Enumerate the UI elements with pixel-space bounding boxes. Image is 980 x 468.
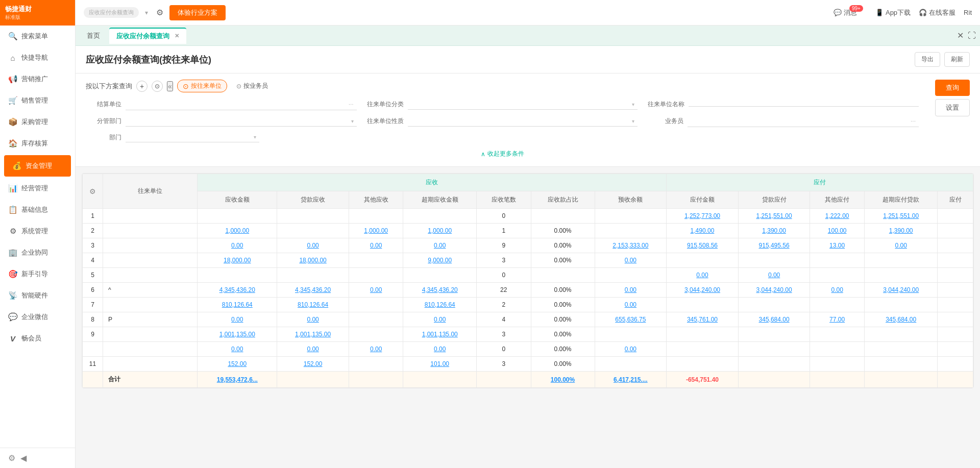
sidebar-item-label: 系统管理 [21, 227, 48, 236]
filter-field-jiesuan: 结算单位 ··· [86, 98, 357, 110]
tab-expand-btn[interactable]: ⛶ [968, 31, 976, 40]
tab-home-label: 首页 [87, 31, 100, 40]
bumen-label: 部门 [86, 133, 121, 142]
industry-btn[interactable]: 体验行业方案 [169, 5, 226, 20]
action-area: 查询 设置 [929, 80, 970, 116]
table-row: 6^4,345,436.204,345,436.200.004,345,436.… [83, 283, 973, 298]
sidebar-item-label: 销售管理 [21, 96, 48, 105]
sidebar-item-corp-wechat[interactable]: 💬 企业微信 [0, 306, 75, 328]
yewuyuan-wrapper[interactable]: ··· [688, 115, 919, 127]
table-row: 30.000.000.000.0090.00%2,153,333.00915,5… [83, 238, 973, 253]
wanglai-xingzhi-arrow[interactable]: ▾ [632, 118, 634, 124]
sidebar-logo: 畅捷通财 标准版 [0, 0, 75, 26]
th-ap-overdue: 超期应付贷款 [864, 191, 938, 209]
sidebar-item-quick-nav[interactable]: ⌂ 快捷导航 [0, 47, 75, 68]
table-row: 500.000.00 [83, 268, 973, 283]
tab-home[interactable]: 首页 [80, 28, 107, 43]
jiesuan-input-wrapper[interactable]: ··· [126, 98, 357, 110]
total-ar-prepay[interactable]: 6,417,215.... [595, 372, 667, 388]
table-row: 11152.00152.00101.0030.00% [83, 357, 973, 372]
th-ap-other: 其他应付 [810, 191, 865, 209]
topbar-right: 💬 消息 99+ 📱 App下载 🎧 在线客服 Rit [834, 8, 972, 17]
online-service[interactable]: 🎧 在线客服 [919, 8, 955, 17]
sidebar-item-member[interactable]: V 畅会员 [0, 328, 75, 349]
sidebar-item-base-info[interactable]: 📋 基础信息 [0, 199, 75, 220]
total-ar-ratio: 100.00% [531, 372, 595, 388]
filter-add-button[interactable]: + [136, 81, 148, 92]
smart-hw-icon: 📡 [8, 291, 17, 300]
sidebar-item-system[interactable]: ⚙ 系统管理 [0, 220, 75, 242]
query-button[interactable]: 查询 [935, 80, 970, 96]
topbar-gear-icon[interactable]: ⚙ [156, 8, 163, 17]
wanglai-fenlei-wrapper[interactable]: ▾ [408, 100, 638, 110]
sidebar-item-label: 营销推广 [21, 75, 48, 84]
msg-badge: 99+ [849, 5, 863, 12]
wanglai-fenlei-arrow[interactable]: ▾ [632, 102, 634, 107]
msg-area[interactable]: 💬 消息 99+ [834, 8, 857, 17]
breadcrumb-dropdown-icon[interactable]: ▾ [145, 9, 148, 16]
filter-schema-button[interactable]: ⊙ [152, 81, 163, 92]
fenguang-wrapper[interactable]: ▾ [126, 116, 357, 127]
yewuyuan-dots[interactable]: ··· [911, 117, 916, 125]
fenguang-arrow[interactable]: ▾ [351, 118, 354, 124]
msg-icon: 💬 [834, 9, 842, 16]
wanglai-mingcheng-label: 往来单位名称 [648, 100, 684, 109]
sidebar-item-smart-hw[interactable]: 📡 智能硬件 [0, 285, 75, 306]
ap-group-label: 应付 [814, 179, 826, 186]
jiesuan-label: 结算单位 [86, 100, 121, 109]
base-info-icon: 📋 [8, 205, 17, 214]
sidebar-item-guide[interactable]: 🎯 新手引导 [0, 263, 75, 285]
refresh-button[interactable]: 刷新 [944, 52, 970, 67]
scheme1-label: 按往来单位 [191, 82, 222, 90]
sidebar-item-label: 企业协同 [21, 248, 48, 257]
filter-collapse-button[interactable]: « [167, 81, 173, 91]
collapse-more-btn[interactable]: ∧ 收起更多条件 [86, 147, 919, 160]
tab-close-btn[interactable]: ✕ [957, 31, 964, 40]
table-row: 101,252,773.001,251,551.001,222.001,251,… [83, 209, 973, 224]
user-info[interactable]: Rit [964, 9, 972, 16]
table-gear-icon[interactable]: ⚙ [89, 187, 96, 195]
sidebar-item-label: 经营管理 [21, 184, 48, 193]
sidebar-item-corp-collab[interactable]: 🏢 企业协同 [0, 242, 75, 263]
operations-icon: 📊 [8, 184, 17, 193]
total-label-cell [83, 372, 103, 388]
table-row: 7810,126.64810,126.64810,126.6420.00%0.0… [83, 298, 973, 312]
sidebar-item-finance[interactable]: 💰 资金管理 [4, 155, 71, 177]
quick-nav-icon: ⌂ [8, 53, 17, 62]
th-ap-loan: 贷款应付 [738, 191, 810, 209]
wanglai-xingzhi-wrapper[interactable]: ▾ [408, 116, 638, 127]
sidebar-item-marketing[interactable]: 📢 营销推广 [0, 68, 75, 90]
export-button[interactable]: 导出 [915, 52, 940, 67]
filter-scheme1[interactable]: ⊙ 按往来单位 [177, 80, 227, 92]
sidebar-item-search-menu[interactable]: 🔍 搜索菜单 [0, 26, 75, 47]
tab-arbalance[interactable]: 应收应付余额查询 ✕ [109, 28, 186, 44]
tab-close-icon[interactable]: ✕ [175, 33, 179, 39]
total-row: 合计 19,553,472,6... 100.00% 6,417,215....… [83, 372, 973, 388]
bumen-wrapper[interactable]: ▾ [126, 132, 259, 142]
sidebar-item-inventory[interactable]: 🏠 库存核算 [0, 133, 75, 154]
th-ar-ratio: 应收款占比 [531, 191, 595, 209]
sidebar-item-operations[interactable]: 📊 经营管理 [0, 178, 75, 199]
sidebar-item-label: 企业微信 [21, 312, 48, 322]
col-name-label: 往来单位 [138, 187, 162, 194]
settings-button[interactable]: 设置 [935, 99, 970, 116]
sidebar-item-purchase[interactable]: 📦 采购管理 [0, 111, 75, 133]
collapse-bottom-icon[interactable]: ◀ [20, 453, 27, 463]
sidebar-item-sales[interactable]: 🛒 销售管理 [0, 90, 75, 111]
search-menu-icon: 🔍 [8, 32, 17, 41]
app-download[interactable]: 📱 App下载 [875, 8, 911, 17]
th-gear[interactable]: ⚙ [83, 174, 103, 209]
total-ap: -654,751.40 [667, 372, 739, 388]
bumen-arrow[interactable]: ▾ [254, 134, 256, 140]
data-table: ⚙ 往来单位 应收 应付 应收金额 贷款应 [82, 174, 973, 388]
ar-group-label: 应收 [426, 179, 438, 186]
wanglai-mingcheng-wrapper[interactable] [689, 102, 919, 107]
purchase-icon: 📦 [8, 117, 17, 127]
settings-bottom-icon[interactable]: ⚙ [8, 453, 15, 463]
th-ar-prepay: 预收余额 [595, 191, 667, 209]
jiesuan-dots-icon[interactable]: ··· [349, 101, 354, 108]
scheme2-label: 按业务员 [243, 82, 268, 90]
filter-scheme2[interactable]: ⊙ 按业务员 [231, 80, 273, 92]
sidebar-bottom: ⚙ ◀ [0, 448, 75, 468]
total-ar[interactable]: 19,553,472,6... [198, 372, 277, 388]
